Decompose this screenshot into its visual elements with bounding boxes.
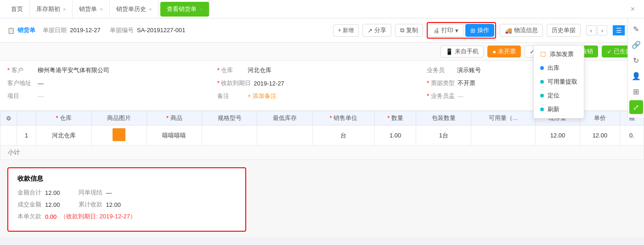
next-arrow[interactable]: › — [597, 25, 607, 35]
print-button[interactable]: 🖨 打印 ▾ — [429, 24, 463, 37]
toolbar: + 新增 ↗ 分享 ⧉ 复制 🖨 打印 ▾ ⊞ 操作 — [333, 22, 637, 39]
list-view-btn[interactable]: ☰ — [613, 25, 625, 35]
add-note-button[interactable]: + 添加备注 — [248, 92, 277, 100]
doc-date-label: 单据日期 2019-12-27 — [43, 26, 101, 34]
col-pkg-qty: 包装数量 — [416, 111, 471, 125]
cell-product-img — [91, 125, 147, 146]
from-phone-button[interactable]: 📱 来自手机 — [441, 46, 484, 57]
ticket-type-field: 票据类型 不开票 — [427, 79, 637, 87]
col-gear: ⚙ — [0, 111, 17, 125]
close-sales-order[interactable]: × — [100, 6, 102, 12]
dropdown-add-invoice[interactable]: ☐ 添加发票 — [534, 47, 584, 61]
project-field: 项目 — — [7, 92, 217, 100]
col-rownum — [17, 111, 36, 125]
share-icon: ↗ — [367, 27, 373, 34]
payment-box: 收款信息 金额合计 12.00 同单现结 — 成交金额 12.00 累计收款 — [7, 167, 246, 232]
dropdown-outbound[interactable]: 出库 — [534, 61, 584, 75]
cell-warehouse: 河北仓库 — [36, 125, 91, 146]
cell-rownum: 1 — [17, 125, 36, 146]
col-product-img: 商品图片 — [91, 111, 147, 125]
invoice-icon: ☐ — [540, 51, 546, 58]
due-date: 2019-12-27 — [100, 213, 130, 220]
logistics-icon: 🚚 — [505, 27, 512, 34]
col-unit-price: 单价 — [580, 111, 620, 125]
cell-product: 嘻嘻嘻嘻 — [147, 125, 202, 146]
close-view-sales[interactable]: × — [199, 6, 202, 12]
subtotal-cell: 小计 — [0, 146, 644, 160]
col-sales-unit: * 销售单位 — [312, 111, 374, 125]
history-button[interactable]: 历史单据 — [547, 24, 581, 37]
locate-dot — [540, 94, 544, 97]
operate-icon: ⊞ — [470, 27, 475, 34]
payment-row-2: 成交金额 12.00 累计收款 12.00 — [17, 200, 236, 209]
dropdown-available-qty[interactable]: 可用量提取 — [534, 75, 584, 89]
payment-same-settle: 同单现结 — — [79, 188, 112, 197]
col-product: * 商品 — [147, 111, 202, 125]
close-sales-history[interactable]: × — [149, 6, 152, 12]
cell-min-stock — [257, 125, 312, 146]
right-panel: ✎ 🔗 ↻ 👤 ⊞ ⤢ — [627, 18, 644, 118]
product-image — [113, 128, 125, 141]
table-row: 1 河北仓库 嘻嘻嘻嘻 台 1.00 1台 12.00 12.00 0. — [0, 125, 644, 146]
global-close-button[interactable]: × — [626, 5, 639, 13]
col-warehouse: * 仓库 — [36, 111, 91, 125]
subtotal-row: 小计 — [0, 146, 644, 160]
cell-amount: 0. — [620, 125, 644, 146]
right-link-icon[interactable]: 🔗 — [629, 38, 643, 51]
doc-number-label: 单据编号 SA-20191227-001 — [110, 26, 186, 34]
cell-pkg-qty: 1台 — [416, 125, 471, 146]
tab-home[interactable]: 首页 — [5, 0, 30, 18]
right-table-icon[interactable]: ⊞ — [629, 85, 643, 98]
col-min-stock: 最低库存 — [257, 111, 312, 125]
outbound-dot — [540, 66, 544, 70]
right-edit-icon[interactable]: ✎ — [629, 22, 643, 36]
dot-icon: ● — [492, 48, 496, 55]
print-dropdown-icon: ▾ — [455, 27, 458, 34]
payment-row-3: 本单欠款 0.00 （收款到期日: 2019-12-27） — [17, 212, 236, 221]
payment-total: 金额合计 12.00 — [17, 188, 60, 197]
available-dot — [540, 80, 544, 84]
right-refresh-icon[interactable]: ↻ — [629, 53, 643, 67]
print-icon: 🖨 — [434, 27, 440, 34]
right-expand-icon[interactable]: ⤢ — [629, 100, 643, 114]
tab-sales-order[interactable]: 销货单 × — [73, 0, 109, 18]
close-inventory-init[interactable]: × — [63, 6, 66, 12]
salesperson-field: 业务员 演示账号 — [427, 66, 637, 74]
salesperson2-field: 业务员盂 — — [427, 92, 637, 100]
copy-button[interactable]: ⧉ 复制 — [395, 24, 423, 37]
dropdown-locate[interactable]: 定位 — [534, 89, 584, 103]
tab-bar: 首页 库存期初 × 销货单 × 销货单历史 × 查看销货单 × × — [0, 0, 644, 18]
payment-cumulative: 累计收款 12.00 — [79, 200, 121, 209]
bottom-section: 收款信息 金额合计 12.00 同单现结 — 成交金额 12.00 累计收款 — [0, 160, 644, 237]
doc-icon: 📋 — [7, 27, 15, 34]
prev-arrow[interactable]: ‹ — [586, 25, 596, 35]
add-button[interactable]: + 新增 — [333, 24, 359, 37]
col-available: 可用量（... — [471, 111, 535, 125]
cell-spec — [202, 125, 257, 146]
payment-date-field: 收款到期日 2019-12-27 — [217, 79, 427, 87]
tab-view-sales[interactable]: 查看销货单 × — [160, 2, 209, 17]
cell-available — [471, 125, 535, 146]
tab-inventory-init[interactable]: 库存期初 × — [30, 0, 73, 18]
cell-unit-price: 12.00 — [580, 125, 620, 146]
print-operate-highlight: 🖨 打印 ▾ ⊞ 操作 — [427, 22, 496, 39]
dropdown-refresh[interactable]: 刷新 — [534, 103, 584, 116]
refresh-dot — [540, 108, 544, 111]
cell-quantity: 1.00 — [375, 125, 416, 146]
col-quantity: * 数量 — [375, 111, 416, 125]
cell-gear — [0, 125, 17, 146]
nav-arrows: ‹ › — [586, 25, 607, 35]
customer-field: 客户 柳州粤港平安气体有限公司 — [7, 66, 217, 74]
operate-button[interactable]: ⊞ 操作 — [465, 24, 494, 37]
phone-icon: 📱 — [446, 48, 453, 55]
right-user-icon[interactable]: 👤 — [629, 69, 643, 83]
copy-icon: ⧉ — [400, 27, 404, 34]
address-field: 客户地址 — — [7, 79, 217, 87]
payment-arrears: 本单欠款 0.00 （收款到期日: 2019-12-27） — [17, 212, 136, 221]
logistics-button[interactable]: 🚚 物流信息 — [500, 24, 543, 37]
payment-title: 收款信息 — [17, 175, 236, 183]
tab-sales-history[interactable]: 销货单历史 × — [110, 0, 158, 18]
doc-header: 📋 销货单 单据日期 2019-12-27 单据编号 SA-20191227-0… — [0, 18, 644, 43]
not-open-button[interactable]: ● 未开票 — [487, 46, 521, 57]
share-button[interactable]: ↗ 分享 — [362, 24, 391, 37]
